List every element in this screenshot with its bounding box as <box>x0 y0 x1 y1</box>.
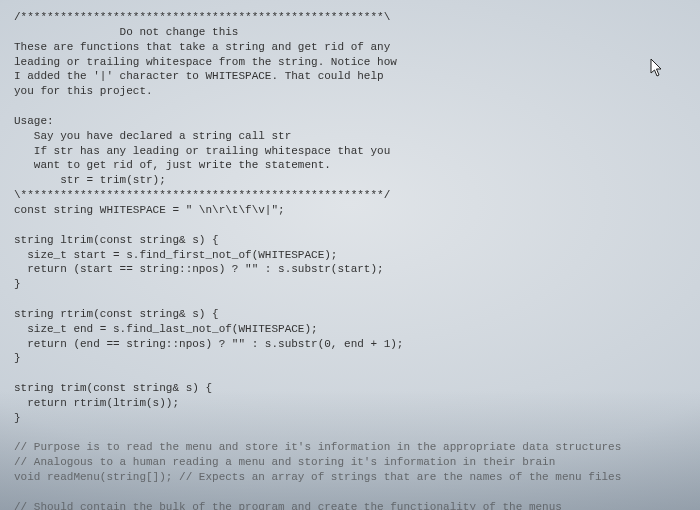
code-view: /***************************************… <box>0 0 700 510</box>
code-line: These are functions that take a string a… <box>14 41 390 53</box>
code-line: return (end == string::npos) ? "" : s.su… <box>14 338 403 350</box>
code-line: \***************************************… <box>14 189 390 201</box>
code-line: leading or trailing whitespace from the … <box>14 56 397 68</box>
code-line: } <box>14 278 21 290</box>
code-line: } <box>14 352 21 364</box>
code-line: str = trim(str); <box>14 174 166 186</box>
code-line: const string WHITESPACE = " \n\r\t\f\v|"… <box>14 204 285 216</box>
code-line: void readMenu(string[]); // Expects an a… <box>14 471 621 483</box>
code-line: I added the '|' character to WHITESPACE.… <box>14 70 384 82</box>
code-line: // Should contain the bulk of the progra… <box>14 501 562 510</box>
code-line: If str has any leading or trailing white… <box>14 145 390 157</box>
code-line: // Analogous to a human reading a menu a… <box>14 456 555 468</box>
code-line: string trim(const string& s) { <box>14 382 212 394</box>
code-line: // Purpose is to read the menu and store… <box>14 441 621 453</box>
code-line: you for this project. <box>14 85 153 97</box>
code-line: return (start == string::npos) ? "" : s.… <box>14 263 384 275</box>
code-line: string ltrim(const string& s) { <box>14 234 219 246</box>
code-line: Do not change this <box>14 26 238 38</box>
code-line: Usage: <box>14 115 54 127</box>
code-line: size_t start = s.find_first_not_of(WHITE… <box>14 249 337 261</box>
code-line: Say you have declared a string call str <box>14 130 291 142</box>
code-line: } <box>14 412 21 424</box>
code-line: size_t end = s.find_last_not_of(WHITESPA… <box>14 323 318 335</box>
code-line: return rtrim(ltrim(s)); <box>14 397 179 409</box>
code-line: /***************************************… <box>14 11 390 23</box>
code-line: string rtrim(const string& s) { <box>14 308 219 320</box>
code-line: want to get rid of, just write the state… <box>14 159 331 171</box>
